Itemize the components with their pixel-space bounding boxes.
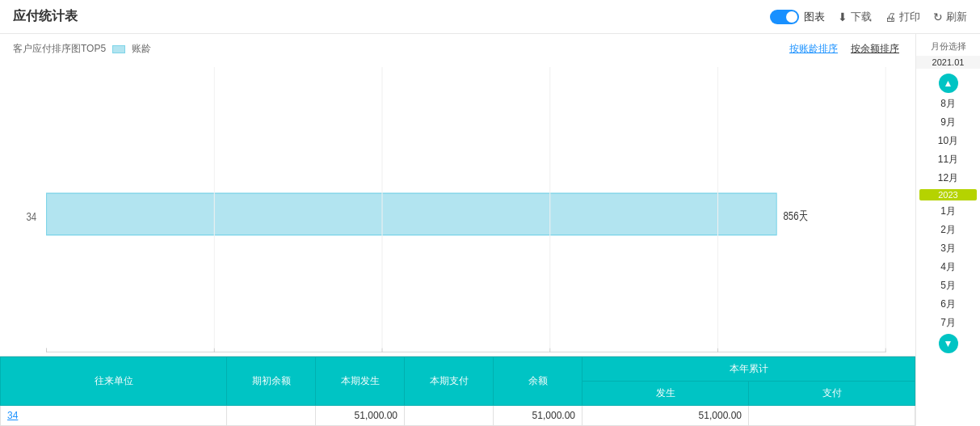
download-button[interactable]: ⬇ 下载 [838,10,872,24]
legend-item-label: 账龄 [132,42,151,56]
cell-period-balance [227,406,316,426]
cell-year-occur: 51,000.00 [583,406,749,426]
table-row: 34 51,000.00 51,000.00 51,000.00 [1,406,915,426]
refresh-button[interactable]: ↻ 刷新 [933,10,967,24]
sidebar-title: 月份选择 [931,37,966,56]
col-header-balance: 余额 [494,357,583,406]
sidebar-month-item[interactable]: 7月 [916,314,980,332]
chart-wrapper: 34 856天 0 200 400 600 [0,61,915,356]
sidebar-month-item[interactable]: 10月 [916,132,980,150]
svg-text:856天: 856天 [784,209,808,222]
svg-rect-1 [47,193,777,235]
col-header-year-pay: 支付 [749,382,915,406]
col-header-year-accumulate: 本年累计 [583,357,915,382]
col-header-period-pay: 本期支付 [405,357,494,406]
sidebar-month-item[interactable]: 5月 [916,276,980,295]
sidebar-month-item[interactable]: 2月 [916,221,980,239]
toggle-label: 图表 [804,10,825,24]
sidebar-months: 8月9月10月11月12月20231月2月3月4月5月6月7月 [916,95,980,332]
sidebar-nav-down[interactable]: ▼ [939,334,958,353]
year-badge: 2023 [919,189,977,200]
cell-unit[interactable]: 34 [1,406,227,426]
sort-tab-balance[interactable]: 按余额排序 [848,40,902,57]
col-header-period-occur: 本期发生 [316,357,405,406]
sidebar-date: 2021.01 [916,56,980,69]
col-header-year-occur: 发生 [583,382,749,406]
stats-table: 往来单位 期初余额 本期发生 本期支付 余额 本年累计 发生 支付 [0,356,915,426]
header-actions: 图表 ⬇ 下载 🖨 打印 ↻ 刷新 [770,10,967,24]
col-header-unit: 往来单位 [1,357,227,406]
cell-period-pay [405,406,494,426]
table-area: 往来单位 期初余额 本期发生 本期支付 余额 本年累计 发生 支付 [0,356,915,426]
cell-year-pay [749,406,915,426]
sort-tabs: 按账龄排序 按余额排序 [786,40,902,57]
sidebar-month-item[interactable]: 11月 [916,150,980,169]
chart-legend: 客户应付排序图TOP5 账龄 [13,42,151,56]
cell-balance: 51,000.00 [494,406,583,426]
legend-box [112,45,125,53]
download-icon: ⬇ [838,11,848,23]
refresh-icon: ↻ [933,11,943,23]
sidebar-month-item[interactable]: 12月 [916,169,980,188]
chart-toggle[interactable]: 图表 [770,10,825,24]
sidebar-month-item[interactable]: 3月 [916,239,980,258]
sort-tab-age[interactable]: 按账龄排序 [786,40,841,57]
toggle-track [770,10,799,24]
legend-label: 客户应付排序图TOP5 [13,42,106,56]
print-button[interactable]: 🖨 打印 [885,10,920,24]
col-header-period-balance: 期初余额 [227,357,316,406]
print-icon: 🖨 [885,11,896,23]
sidebar-month-item[interactable]: 9月 [916,113,980,132]
sidebar: 月份选择 2021.01 ▲ 8月9月10月11月12月20231月2月3月4月… [915,34,980,426]
sidebar-month-item[interactable]: 6月 [916,295,980,314]
sidebar-month-item[interactable]: 4月 [916,258,980,276]
toggle-thumb [786,11,797,23]
sidebar-month-item[interactable]: 1月 [916,202,980,221]
svg-text:34: 34 [26,210,36,224]
cell-period-occur: 51,000.00 [316,406,405,426]
page-title: 应付统计表 [13,8,78,25]
sidebar-nav-up[interactable]: ▲ [939,74,958,93]
bar-chart: 34 856天 0 200 400 600 [13,67,902,352]
sidebar-month-item[interactable]: 8月 [916,95,980,113]
